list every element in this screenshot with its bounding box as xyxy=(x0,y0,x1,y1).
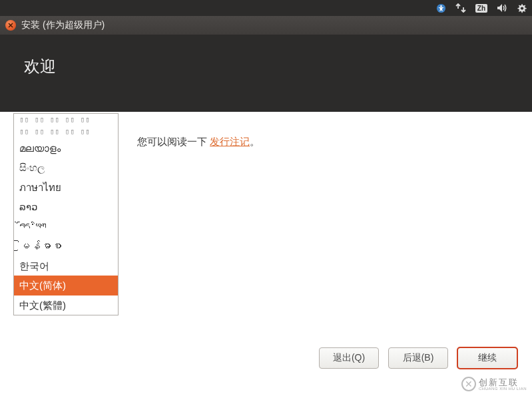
window-titlebar: 安装 (作为超级用户) xyxy=(0,16,532,35)
continue-button[interactable]: 继续 xyxy=(457,347,517,369)
button-bar: 退出(Q) 后退(B) 继续 xyxy=(319,347,517,369)
page-heading: 欢迎 xyxy=(24,56,508,77)
quit-button[interactable]: 退出(Q) xyxy=(319,347,379,369)
list-item[interactable]: മലയാളം xyxy=(14,138,118,158)
ime-indicator[interactable]: Zh xyxy=(475,4,487,13)
gear-icon[interactable] xyxy=(517,3,527,13)
list-item[interactable]: 中文(繁體) xyxy=(14,296,118,315)
window-title: 安装 (作为超级用户) xyxy=(21,19,105,31)
header-area: 欢迎 xyxy=(0,35,532,112)
list-item[interactable]: ภาษาไทย xyxy=(14,178,118,198)
network-icon[interactable] xyxy=(455,3,466,13)
list-item[interactable]: བོད་ཡིག xyxy=(14,217,118,237)
svg-point-1 xyxy=(440,5,442,7)
list-item[interactable]: 한국어 xyxy=(14,256,118,276)
list-item[interactable]: ລາວ xyxy=(14,197,118,217)
accessibility-icon[interactable] xyxy=(436,3,446,13)
watermark-logo-icon: ✕ xyxy=(461,377,476,391)
release-notes-text: 您可以阅读一下 发行注记。 xyxy=(119,112,273,315)
close-button[interactable] xyxy=(5,20,16,31)
list-item-selected[interactable]: 中文(简体) xyxy=(14,276,118,296)
back-button[interactable]: 后退(B) xyxy=(388,347,448,369)
main-content: ▯▯ ▯▯ ▯▯ ▯▯ ▯▯ ▯▯ ▯▯ ▯▯ ▯▯ ▯▯ മലയാളം සිං… xyxy=(0,112,532,315)
svg-point-2 xyxy=(521,7,523,9)
list-item[interactable]: ▯▯ ▯▯ ▯▯ ▯▯ ▯▯ xyxy=(14,114,118,126)
watermark: ✕ 创新互联 CHUANG XIN HU LIAN xyxy=(461,377,527,391)
volume-icon[interactable] xyxy=(497,3,507,13)
list-item[interactable]: සිංහල xyxy=(14,158,118,178)
list-item[interactable]: 日本語 xyxy=(14,315,118,315)
list-item[interactable]: မြန်မာစာ xyxy=(14,236,118,256)
system-menubar: Zh xyxy=(0,0,532,16)
language-list[interactable]: ▯▯ ▯▯ ▯▯ ▯▯ ▯▯ ▯▯ ▯▯ ▯▯ ▯▯ ▯▯ മലയാളം සිං… xyxy=(13,113,119,315)
release-notes-link[interactable]: 发行注记 xyxy=(210,136,250,147)
list-item[interactable]: ▯▯ ▯▯ ▯▯ ▯▯ ▯▯ xyxy=(14,126,118,138)
